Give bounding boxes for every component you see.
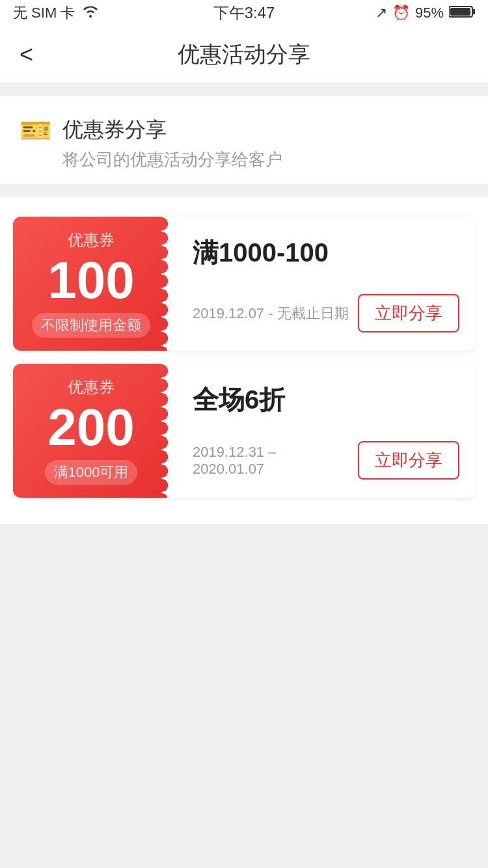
coupon-date-1: 2019.12.07 - 无截止日期 bbox=[193, 304, 351, 323]
coupon-card-2: 优惠券 200 满1000可用 全场6折 2019.12.31 – 2020.0… bbox=[13, 364, 475, 498]
coupon-name-1: 满1000-100 bbox=[193, 235, 459, 271]
coupon-bottom-2: 2019.12.31 – 2020.01.07 立即分享 bbox=[193, 441, 459, 480]
share-button-2[interactable]: 立即分享 bbox=[358, 441, 459, 480]
nav-bar: < 优惠活动分享 bbox=[0, 26, 488, 83]
location-icon: ↗ bbox=[375, 5, 387, 21]
coupon-left-2: 优惠券 200 满1000可用 bbox=[13, 364, 169, 498]
battery-label: 95% bbox=[415, 5, 444, 21]
alarm-icon: ⏰ bbox=[392, 5, 410, 21]
coupon-right-2: 全场6折 2019.12.31 – 2020.01.07 立即分享 bbox=[169, 364, 475, 498]
svg-rect-2 bbox=[450, 8, 470, 16]
coupon-amount-1: 100 bbox=[47, 254, 134, 306]
battery-icon bbox=[449, 5, 475, 21]
page-title: 优惠活动分享 bbox=[178, 40, 310, 70]
coupon-right-1: 满1000-100 2019.12.07 - 无截止日期 立即分享 bbox=[169, 217, 475, 351]
coupon-amount-2: 200 bbox=[47, 401, 134, 454]
status-bar: 无 SIM 卡 下午3:47 ↗ ⏰ 95% bbox=[0, 0, 488, 26]
coupon-name-2: 全场6折 bbox=[193, 382, 459, 418]
coupon-label-1: 优惠券 bbox=[68, 230, 115, 251]
coupon-list: 优惠券 100 不限制使用金额 满1000-100 2019.12.07 - 无… bbox=[0, 197, 488, 524]
svg-rect-1 bbox=[472, 9, 475, 14]
share-button-1[interactable]: 立即分享 bbox=[358, 294, 459, 332]
wifi-icon bbox=[81, 5, 100, 21]
coupon-date-2: 2019.12.31 – 2020.01.07 bbox=[193, 444, 351, 478]
coupon-bottom-1: 2019.12.07 - 无截止日期 立即分享 bbox=[193, 294, 459, 332]
coupon-condition-2: 满1000可用 bbox=[45, 460, 138, 485]
coupon-left-1: 优惠券 100 不限制使用金额 bbox=[13, 217, 169, 351]
section-icon: 🎫 bbox=[20, 117, 52, 143]
back-button[interactable]: < bbox=[20, 41, 33, 68]
carrier-label: 无 SIM 卡 bbox=[13, 3, 75, 23]
coupon-card-1: 优惠券 100 不限制使用金额 满1000-100 2019.12.07 - 无… bbox=[13, 217, 475, 351]
section-info: 优惠券分享 将公司的优惠活动分享给客户 bbox=[62, 116, 282, 171]
coupon-label-2: 优惠券 bbox=[68, 377, 115, 398]
section-title: 优惠券分享 bbox=[62, 116, 282, 144]
coupon-condition-1: 不限制使用金额 bbox=[32, 313, 150, 338]
status-right: ↗ ⏰ 95% bbox=[375, 5, 475, 21]
section-header: 🎫 优惠券分享 将公司的优惠活动分享给客户 bbox=[0, 96, 488, 184]
status-time: 下午3:47 bbox=[213, 3, 275, 23]
status-left: 无 SIM 卡 bbox=[13, 3, 100, 23]
section-desc: 将公司的优惠活动分享给客户 bbox=[62, 148, 282, 171]
